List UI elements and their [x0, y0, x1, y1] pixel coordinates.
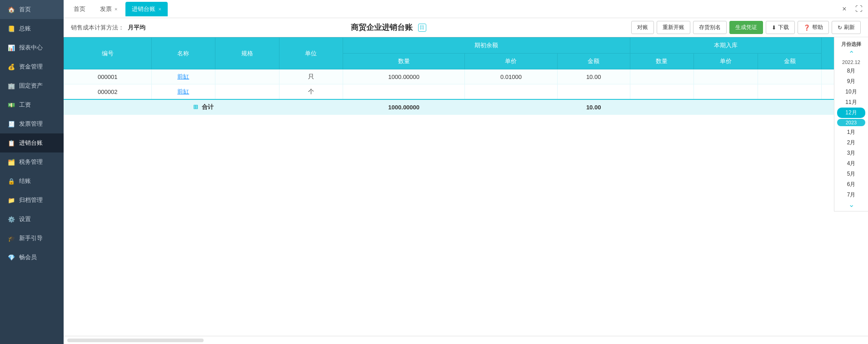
col-name: 名称: [151, 38, 215, 69]
name-link[interactable]: 前缸: [177, 73, 189, 80]
funds-icon: 💰: [7, 63, 15, 71]
cell-name: 前缸: [151, 69, 215, 84]
toolbar-actions: 对账 重新开账 存货别名 生成凭证 ⬇ 下载 ❓ 帮助 ↻ 刷新: [631, 21, 861, 34]
cell-in-price: [694, 69, 758, 84]
cell-in-amount: [758, 69, 822, 84]
sidebar-item-guide[interactable]: 🎓 新手引导: [0, 229, 64, 248]
year-2022-label: 2022.12: [842, 59, 860, 66]
stock-table: 编号 名称 规格 单位 期初余额 本期入库 数 数量 单价 金额 数: [64, 37, 868, 115]
sidebar-label-close: 结账: [19, 177, 31, 185]
sidebar-item-close[interactable]: 🔒 结账: [0, 172, 64, 191]
month-item-8[interactable]: 8月: [834, 66, 868, 76]
col-in-price: 单价: [694, 54, 758, 69]
col-opening-qty: 数量: [343, 54, 465, 69]
total-opening-qty: 1000.00000: [343, 99, 465, 115]
month-item-2[interactable]: 2月: [834, 138, 868, 148]
window-close-button[interactable]: ×: [839, 4, 850, 15]
col-opening-amount: 金额: [557, 54, 630, 69]
col-current-in: 本期入库: [630, 38, 822, 54]
sidebar-label-home: 首页: [19, 5, 31, 14]
month-item-12[interactable]: 12月: [837, 108, 865, 118]
col-opening-price: 单价: [465, 54, 557, 69]
cell-opening-amount: [557, 84, 630, 100]
sidebar-item-tax[interactable]: 🗂️ 税务管理: [0, 152, 64, 172]
cell-in-price: [694, 84, 758, 100]
sidebar-item-home[interactable]: 🏠 首页: [0, 0, 64, 19]
cell-spec: [215, 69, 279, 84]
month-item-1[interactable]: 1月: [834, 127, 868, 138]
sidebar-label-stock: 进销台账: [19, 139, 43, 147]
sidebar-item-settings[interactable]: ⚙️ 设置: [0, 210, 64, 229]
sidebar-item-ledger[interactable]: 📒 总账: [0, 19, 64, 38]
month-item-5[interactable]: 5月: [834, 169, 868, 179]
sidebar-label-ledger: 总账: [19, 25, 31, 33]
total-opening-price: [465, 99, 557, 115]
ledger-icon: 📒: [7, 25, 15, 33]
month-item-6[interactable]: 6月: [834, 179, 868, 190]
tab-home[interactable]: 首页: [67, 2, 92, 16]
stock-icon: 📋: [7, 139, 15, 147]
sidebar-label-settings: 设置: [19, 215, 31, 223]
month-item-3[interactable]: 3月: [834, 148, 868, 158]
window-maximize-button[interactable]: ⛶: [853, 4, 864, 15]
reopen-button[interactable]: 重新开账: [657, 21, 690, 34]
cost-method-label: 销售成本计算方法：: [71, 24, 124, 32]
title-info-icon[interactable]: 目: [418, 24, 426, 32]
generate-voucher-button[interactable]: 生成凭证: [729, 21, 763, 34]
sidebar-item-funds[interactable]: 💰 资金管理: [0, 57, 64, 76]
tab-stock[interactable]: 进销台账 ×: [125, 2, 167, 16]
guide-icon: 🎓: [7, 234, 15, 242]
month-prev-button[interactable]: ⌃: [848, 49, 854, 59]
table-row: 000002 前缸 个: [64, 84, 868, 100]
download-icon: ⬇: [772, 25, 776, 31]
sidebar-item-stock[interactable]: 📋 进销台账: [0, 133, 64, 152]
tab-stock-close[interactable]: ×: [158, 6, 161, 12]
help-label: 帮助: [812, 24, 823, 31]
cell-in-qty: [630, 69, 694, 84]
sidebar-label-tax: 税务管理: [19, 158, 43, 166]
tab-invoice-label: 发票: [100, 5, 112, 13]
col-unit: 单位: [279, 38, 343, 69]
name-link[interactable]: 前缸: [177, 88, 189, 95]
settings-icon: ⚙️: [7, 215, 15, 223]
month-panel-title: 月份选择: [841, 39, 861, 49]
cell-opening-amount: 10.00: [557, 69, 630, 84]
match-button[interactable]: 对账: [631, 21, 654, 34]
download-button[interactable]: ⬇ 下载: [766, 21, 795, 34]
content-area: 销售成本计算方法： 月平均 商贸企业进销台账 目 对账 重新开账 存货别名 生成…: [64, 18, 868, 344]
total-label: 合计: [202, 103, 214, 110]
sidebar-item-vip[interactable]: 💎 畅会员: [0, 248, 64, 267]
horizontal-scrollbar[interactable]: [67, 339, 204, 342]
month-next-button[interactable]: ⌄: [848, 200, 854, 209]
cell-unit: 只: [279, 69, 343, 84]
cell-opening-price: [465, 84, 557, 100]
main-area: 首页 发票 × 进销台账 × × ⛶ 销售成本计算方法： 月平均 商贸企业进销台…: [64, 0, 868, 344]
cell-unit: 个: [279, 84, 343, 100]
tab-stock-label: 进销台账: [132, 5, 155, 13]
sidebar-label-assets: 固定资产: [19, 82, 43, 90]
sidebar-item-wages[interactable]: 💵 工资: [0, 95, 64, 114]
month-panel: 月份选择 ⌃ 2022.12 8月 9月 10月 11月 12月 2023 1月…: [834, 37, 868, 211]
sidebar-label-funds: 资金管理: [19, 63, 43, 71]
month-item-10[interactable]: 10月: [834, 87, 868, 97]
month-item-11[interactable]: 11月: [834, 97, 868, 108]
month-item-9[interactable]: 9月: [834, 76, 868, 87]
assets-icon: 🏢: [7, 82, 15, 90]
sidebar-item-assets[interactable]: 🏢 固定资产: [0, 76, 64, 95]
refresh-button[interactable]: ↻ 刷新: [832, 21, 861, 34]
tab-invoice-close[interactable]: ×: [115, 6, 117, 12]
tab-invoice[interactable]: 发票 ×: [94, 2, 124, 16]
sidebar-label-reports: 报表中心: [19, 44, 43, 52]
year-2023-badge: 2023: [837, 119, 865, 126]
help-button[interactable]: ❓ 帮助: [798, 21, 829, 34]
month-item-7[interactable]: 7月: [834, 190, 868, 200]
save-alias-button[interactable]: 存货别名: [693, 21, 727, 34]
total-in-price: [694, 99, 758, 115]
home-icon: 🏠: [7, 5, 15, 14]
month-item-4[interactable]: 4月: [834, 158, 868, 169]
sidebar-item-archive[interactable]: 📁 归档管理: [0, 191, 64, 210]
sidebar-item-reports[interactable]: 📊 报表中心: [0, 38, 64, 57]
sidebar-item-invoice[interactable]: 🧾 发票管理: [0, 114, 64, 133]
sidebar-label-archive: 归档管理: [19, 196, 43, 204]
sidebar-label-wages: 工资: [19, 101, 31, 109]
